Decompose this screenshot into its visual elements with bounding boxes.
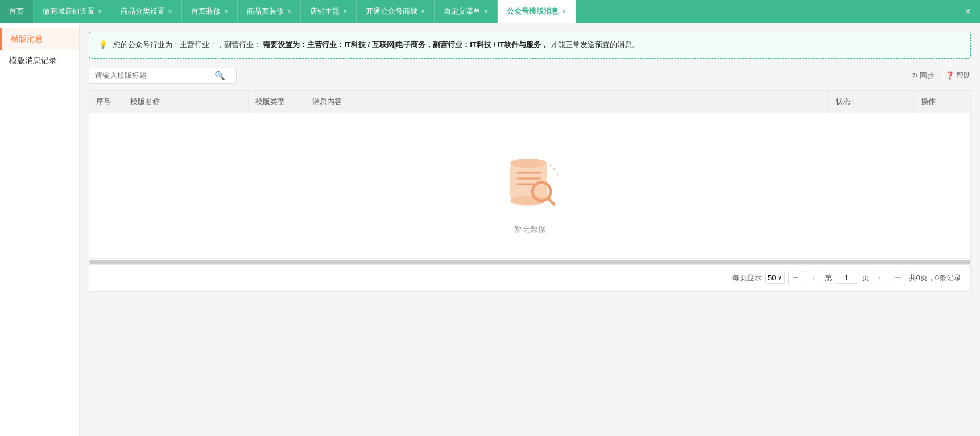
sidebar: 模版消息 模版消息记录 — [0, 23, 80, 436]
col-status: 状态 — [829, 90, 914, 113]
notice-prefix: 您的公众号行业为：主营行业：，副营行业： — [113, 40, 261, 49]
col-action: 操作 — [914, 90, 971, 113]
svg-point-5 — [510, 159, 547, 168]
notice-highlight: 需要设置为：主营行业：IT科技 / 互联网|电子商务，副营行业：IT科技 / I… — [263, 40, 548, 49]
tab-close-custom-menu[interactable]: × — [484, 7, 488, 15]
toolbar-divider: | — [939, 71, 941, 80]
tab-product-category[interactable]: 商品分类设置 × — [111, 0, 182, 23]
sync-button[interactable]: ↻ 同步 — [912, 70, 934, 81]
tab-close-open-mall[interactable]: × — [421, 7, 425, 15]
tab-home[interactable]: 首页 — [0, 0, 34, 23]
col-name: 模版名称 — [123, 90, 249, 113]
help-button[interactable]: ❓ 帮助 — [945, 70, 971, 81]
scrollbar-thumb[interactable] — [89, 260, 970, 264]
pagination: 每页显示 50 ∨ ⊢ ‹ 第 页 › ⊣ 共0页，0条记录 — [89, 265, 971, 292]
tab-close-home-decor[interactable]: × — [224, 7, 228, 15]
col-content: 消息内容 — [305, 90, 829, 113]
svg-point-10 — [553, 168, 555, 170]
tab-shop-theme[interactable]: 店铺主题 × — [301, 0, 357, 23]
tab-wechat-shop[interactable]: 微商城店铺设置 × — [34, 0, 111, 23]
close-all-tabs[interactable]: × — [956, 6, 980, 18]
col-type: 模版类型 — [249, 90, 305, 113]
page-size-select[interactable]: 50 ∨ — [765, 272, 784, 284]
search-input-wrap[interactable]: 🔍 — [89, 68, 237, 84]
tab-close-product-category[interactable]: × — [168, 7, 172, 15]
page-size-value: 50 — [768, 273, 776, 282]
page-size-dropdown-icon: ∨ — [778, 274, 782, 281]
tab-open-mall[interactable]: 开通公众号商城 × — [357, 0, 435, 23]
notice-suffix: 才能正常发送预置的消息。 — [551, 40, 639, 49]
sidebar-item-template-msg[interactable]: 模版消息 — [0, 28, 79, 50]
svg-point-8 — [535, 185, 548, 198]
sync-icon: ↻ — [912, 71, 918, 80]
tab-close-wechat-shop[interactable]: × — [98, 7, 102, 15]
content-area: 💡 您的公众号行业为：主营行业：，副营行业： 需要设置为：主营行业：IT科技 /… — [80, 23, 980, 436]
empty-text: 暂无数据 — [514, 225, 546, 235]
data-table: 序号 模版名称 模版类型 消息内容 状态 操作 — [89, 90, 971, 258]
last-page-button[interactable]: ⊣ — [891, 271, 905, 285]
first-page-button[interactable]: ⊢ — [788, 271, 803, 285]
main-layout: 模版消息 模版消息记录 💡 您的公众号行业为：主营行业：，副营行业： 需要设置为… — [0, 23, 980, 436]
svg-line-9 — [548, 198, 554, 204]
help-icon: ❓ — [945, 71, 954, 80]
search-input[interactable] — [95, 71, 214, 80]
page-label-before: 第 — [825, 273, 832, 283]
tab-close-shop-theme[interactable]: × — [343, 7, 347, 15]
next-page-button[interactable]: › — [873, 271, 887, 285]
notice-banner: 💡 您的公众号行业为：主营行业：，副营行业： 需要设置为：主营行业：IT科技 /… — [89, 32, 971, 59]
empty-illustration — [496, 147, 564, 215]
tab-close-product-decor[interactable]: × — [287, 7, 291, 15]
tab-product-decor[interactable]: 商品页装修 × — [238, 0, 301, 23]
empty-state: 暂无数据 — [89, 113, 970, 258]
svg-point-11 — [556, 173, 558, 175]
page-label-after: 页 — [862, 273, 869, 283]
toolbar-right: ↻ 同步 | ❓ 帮助 — [912, 70, 971, 81]
search-icon[interactable]: 🔍 — [214, 70, 225, 81]
tab-template-msg[interactable]: 公众号模版消息 × — [498, 0, 576, 23]
tab-bar: 首页 微商城店铺设置 × 商品分类设置 × 首页装修 × 商品页装修 × 店铺主… — [0, 0, 980, 23]
page-size-label: 每页显示 — [732, 273, 762, 283]
tab-custom-menu[interactable]: 自定义菜单 × — [435, 0, 498, 23]
sidebar-item-template-msg-record[interactable]: 模版消息记录 — [0, 50, 79, 72]
search-area: 🔍 ↻ 同步 | ❓ 帮助 — [89, 68, 971, 84]
notice-icon: 💡 — [98, 39, 107, 51]
col-index: 序号 — [89, 90, 123, 113]
tab-close-template-msg[interactable]: × — [562, 7, 566, 15]
page-number-input[interactable] — [836, 272, 858, 284]
horizontal-scrollbar[interactable] — [89, 258, 971, 265]
svg-point-12 — [549, 164, 551, 166]
tab-home-decor[interactable]: 首页装修 × — [182, 0, 238, 23]
prev-page-button[interactable]: ‹ — [807, 271, 821, 285]
total-info: 共0页，0条记录 — [909, 273, 961, 283]
